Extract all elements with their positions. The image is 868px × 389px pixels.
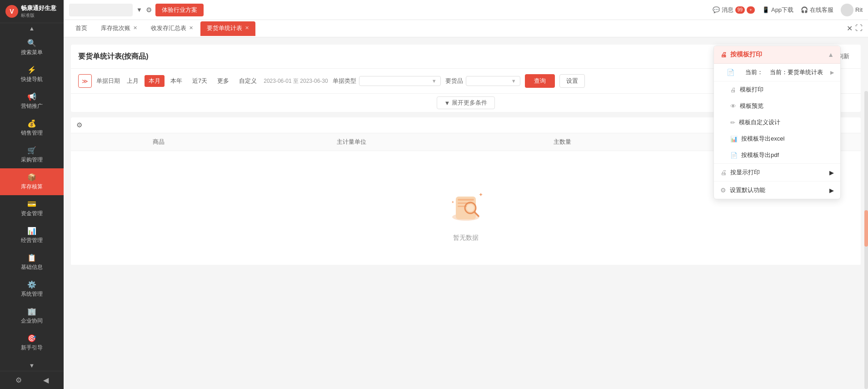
- order-type-select[interactable]: ▼: [359, 76, 441, 86]
- finance-icon: 💳: [27, 200, 36, 208]
- sidebar-scroll-down[interactable]: ▼: [0, 360, 64, 371]
- user-avatar: [841, 4, 853, 16]
- display-print-section: 🖨 按显示打印 ▶: [714, 164, 840, 182]
- current-template-item[interactable]: 📄 当前： 当前：要货单统计表 ▶: [714, 64, 840, 81]
- sidebar-item-purchase[interactable]: 🛒 采购管理: [0, 141, 64, 168]
- sidebar-item-operations[interactable]: 📊 经营管理: [0, 222, 64, 249]
- date-btn-7-days[interactable]: 近7天: [188, 75, 211, 87]
- basic-info-icon: 📋: [27, 253, 36, 262]
- experience-button[interactable]: 体验行业方案: [155, 4, 204, 16]
- sidebar-item-label: 库存核算: [21, 183, 43, 191]
- tab-home[interactable]: 首页: [69, 21, 94, 36]
- template-print-section: 🖨 模板打印 👁 模板预览 ✏ 模板自定义设计 📊 按模板导出excel 📄 按…: [714, 81, 840, 164]
- chevron-down-icon: ▼: [432, 78, 437, 84]
- sales-icon: 💰: [27, 119, 36, 128]
- app-version: 标准版: [21, 12, 56, 18]
- sidebar-item-label: 采购管理: [21, 156, 43, 164]
- current-template-section: 📄 当前： 当前：要货单统计表 ▶: [714, 64, 840, 81]
- sidebar-item-app-center[interactable]: 📱 应用中心: [0, 356, 64, 360]
- dropdown-collapse-button[interactable]: ▲: [828, 51, 834, 58]
- order-type-label: 单据类型: [333, 77, 356, 85]
- sidebar-item-enterprise[interactable]: 🏢 企业协同: [0, 303, 64, 329]
- print-dropdown-title: 🖨 按模板打印: [720, 51, 762, 59]
- sidebar-item-label: 新手引导: [21, 344, 43, 352]
- messages-badge: 99: [735, 6, 745, 14]
- sidebar-item-inventory[interactable]: 📦 库存核算: [0, 168, 64, 195]
- tab-collection-summary-label: 收发存汇总表: [151, 24, 186, 32]
- app-logo-icon: V: [5, 5, 18, 18]
- sidebar-item-search[interactable]: 🔍 搜索菜单: [0, 34, 64, 61]
- date-btn-this-year[interactable]: 本年: [166, 75, 186, 87]
- system-icon: ⚙️: [27, 280, 36, 289]
- online-service-button[interactable]: 🎧 在线客服: [801, 6, 833, 14]
- tab-batch-account-close[interactable]: ✕: [133, 25, 137, 31]
- collapse-icon[interactable]: ◀: [43, 376, 49, 384]
- date-btn-last-month[interactable]: 上月: [123, 75, 143, 87]
- col-unit: 主计量单位: [228, 133, 475, 151]
- chevron-down-icon: ▼: [136, 6, 142, 13]
- default-func-item[interactable]: ⚙ 设置默认功能 ▶: [714, 182, 840, 199]
- sidebar-item-label: 系统管理: [21, 290, 43, 298]
- download-icon: 📱: [762, 6, 769, 13]
- display-print-item[interactable]: 🖨 按显示打印 ▶: [714, 164, 840, 181]
- template-print-item[interactable]: 🖨 模板打印: [714, 81, 840, 98]
- brand-name: 畅康通好生意: [21, 5, 56, 12]
- search-icon: 🔍: [27, 39, 36, 47]
- date-filter-label: 单据日期: [96, 77, 120, 85]
- sidebar-item-system[interactable]: ⚙️ 系统管理: [0, 276, 64, 303]
- expand-more-button[interactable]: ▼ 展开更多条件: [437, 96, 495, 109]
- tab-order-stats[interactable]: 要货单统计表 ✕: [200, 21, 255, 36]
- tab-close-all-icon[interactable]: ✕: [847, 24, 853, 33]
- right-scrollbar-thumb[interactable]: [864, 210, 868, 247]
- excel-icon: 📊: [730, 136, 738, 142]
- sidebar-item-sales[interactable]: 💰 销售管理: [0, 115, 64, 141]
- topbar: ▼ ⚙ 体验行业方案 💬 消息 99+ 📱 App下载 🎧 在线客服 Rit: [64, 0, 868, 20]
- right-scrollbar[interactable]: [864, 91, 868, 389]
- sidebar-item-marketing[interactable]: 📢 营销推广: [0, 88, 64, 115]
- topbar-gear-icon[interactable]: ⚙: [146, 6, 152, 14]
- topbar-search[interactable]: [69, 4, 133, 16]
- template-preview-item[interactable]: 👁 模板预览: [714, 98, 840, 114]
- tab-collection-summary-close[interactable]: ✕: [189, 25, 193, 31]
- app-download-button[interactable]: 📱 App下载: [762, 6, 793, 14]
- tabbar: 首页 库存批次账 ✕ 收发存汇总表 ✕ 要货单统计表 ✕ ✕ ⛶: [64, 20, 868, 37]
- date-btn-this-month[interactable]: 本月: [145, 75, 165, 87]
- chevron-right-icon: ▶: [830, 70, 834, 76]
- settings-button[interactable]: 设置: [559, 74, 585, 88]
- template-pdf-item[interactable]: 📄 按模板导出pdf: [714, 147, 840, 163]
- sidebar-scroll-up[interactable]: ▲: [0, 23, 64, 34]
- sidebar-logo: V 畅康通好生意 标准版: [0, 0, 64, 23]
- sidebar-item-guide[interactable]: 🎯 新手引导: [0, 329, 64, 356]
- topbar-dropdown[interactable]: ▼: [136, 6, 142, 13]
- filter-expand-icon: ≫: [82, 78, 88, 85]
- order-category-select[interactable]: ▼: [466, 76, 520, 86]
- tab-home-label: 首页: [75, 24, 87, 32]
- sidebar-item-finance[interactable]: 💳 资金管理: [0, 195, 64, 222]
- filter-expand-button[interactable]: ≫: [78, 74, 92, 88]
- print-sub-icon: 🖨: [730, 86, 736, 93]
- date-btn-custom[interactable]: 自定义: [235, 75, 261, 87]
- svg-point-6: [467, 204, 474, 212]
- current-template-label: 当前：: [745, 68, 763, 76]
- date-btn-more[interactable]: 更多: [213, 75, 233, 87]
- guide-icon: 🎯: [27, 334, 36, 343]
- user-profile[interactable]: Rit: [841, 4, 863, 16]
- template-design-item[interactable]: ✏ 模板自定义设计: [714, 114, 840, 131]
- template-excel-item[interactable]: 📊 按模板导出excel: [714, 131, 840, 147]
- table-settings-icon[interactable]: ⚙: [76, 121, 82, 129]
- order-category-label: 要货品: [445, 77, 463, 85]
- tab-order-stats-close[interactable]: ✕: [245, 25, 249, 31]
- tab-order-stats-label: 要货单统计表: [207, 24, 242, 32]
- tab-batch-account[interactable]: 库存批次账 ✕: [95, 21, 144, 36]
- query-button[interactable]: 查询: [525, 74, 555, 88]
- sidebar-item-quick-nav[interactable]: ⚡ 快捷导航: [0, 61, 64, 88]
- tab-expand-icon[interactable]: ⛶: [855, 24, 863, 33]
- settings-icon[interactable]: ⚙: [15, 376, 22, 384]
- sidebar-item-basic-info[interactable]: 📋 基础信息: [0, 249, 64, 276]
- sidebar-item-label: 基础信息: [21, 263, 43, 271]
- default-func-icon: ⚙: [720, 187, 726, 194]
- messages-button[interactable]: 💬 消息 99+: [713, 6, 755, 14]
- inventory-icon: 📦: [27, 173, 36, 182]
- page-title: 要货单统计表(按商品): [78, 52, 149, 61]
- tab-collection-summary[interactable]: 收发存汇总表 ✕: [145, 21, 200, 36]
